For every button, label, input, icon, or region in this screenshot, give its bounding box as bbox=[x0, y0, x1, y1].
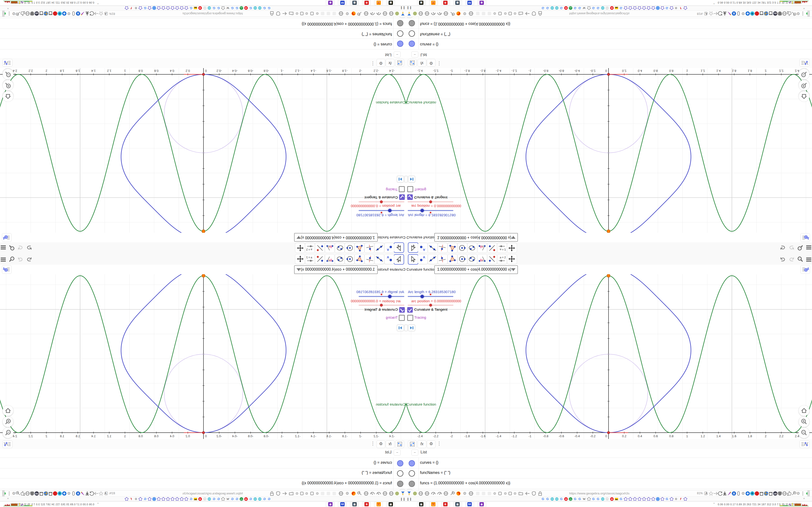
download-helper-icon[interactable] bbox=[57, 11, 62, 16]
browser-tab[interactable] bbox=[152, 6, 156, 10]
visibility-toggle[interactable] bbox=[397, 20, 403, 26]
tray-expand-chevron[interactable]: ⌃ bbox=[713, 1, 715, 5]
translate-blue-icon[interactable]: A bbox=[75, 11, 81, 16]
ghost-icon[interactable] bbox=[332, 11, 337, 16]
olive-circle-icon[interactable] bbox=[412, 491, 418, 496]
mouse-icon[interactable] bbox=[71, 491, 76, 496]
browser-tab[interactable]: G bbox=[665, 6, 669, 10]
gauge-icon[interactable] bbox=[430, 11, 436, 16]
arrow-left-icon[interactable] bbox=[282, 491, 287, 496]
dot-icon[interactable] bbox=[503, 11, 508, 16]
chevron-down-icon[interactable] bbox=[297, 236, 301, 239]
browser-tab[interactable] bbox=[647, 6, 651, 10]
arc-position-knob[interactable] bbox=[380, 304, 383, 306]
angle-tool[interactable]: α bbox=[325, 243, 335, 253]
zoom-out-button[interactable] bbox=[799, 69, 809, 79]
globe-icon[interactable] bbox=[424, 11, 430, 16]
browser-tab[interactable] bbox=[221, 6, 225, 10]
move-tool[interactable] bbox=[408, 242, 418, 253]
visibility-toggle[interactable] bbox=[409, 31, 415, 37]
browser-tab[interactable] bbox=[637, 6, 642, 10]
browser-tab[interactable]: f bbox=[678, 6, 683, 10]
browser-tab[interactable]: G bbox=[262, 6, 266, 10]
reflect-tool[interactable] bbox=[315, 254, 325, 264]
collapse-group-button[interactable]: − bbox=[394, 51, 401, 57]
browser-tab[interactable]: W bbox=[582, 6, 586, 10]
dot-icon[interactable] bbox=[315, 491, 320, 496]
screen-recorder-app-button[interactable]: ▣ bbox=[453, 502, 462, 507]
red-gear-app-button[interactable]: ⚙ bbox=[441, 0, 450, 5]
browser-tab[interactable] bbox=[647, 497, 651, 501]
tab-overflow-chevron[interactable]: ^ bbox=[7, 497, 9, 501]
arc-length-slider[interactable] bbox=[359, 210, 404, 211]
browser-tab[interactable] bbox=[651, 6, 655, 10]
settings-button[interactable]: ⚙ bbox=[376, 59, 385, 67]
purple-owl-app-button[interactable]: ◉ bbox=[477, 502, 486, 507]
undo-button[interactable] bbox=[26, 256, 33, 263]
menu-button[interactable] bbox=[0, 244, 7, 251]
browser-tab[interactable]: W bbox=[582, 497, 586, 501]
window-scrollbar[interactable] bbox=[2, 490, 5, 497]
ghost-icon[interactable] bbox=[487, 491, 492, 496]
browser-tab[interactable]: Я bbox=[564, 497, 568, 501]
arc-position-knob[interactable] bbox=[429, 201, 432, 203]
browser-tab[interactable]: Я bbox=[198, 6, 202, 10]
browser-tab[interactable] bbox=[161, 6, 165, 10]
slider-tool[interactable]: a = 2 bbox=[497, 254, 507, 264]
visibility-toggle[interactable] bbox=[397, 460, 403, 466]
browser-tab[interactable]: G bbox=[619, 497, 623, 501]
browser-tab[interactable] bbox=[550, 497, 554, 501]
kebab-menu[interactable]: ⋮ bbox=[370, 441, 375, 446]
olive-circle-icon[interactable] bbox=[394, 11, 400, 16]
globe-gray-icon[interactable] bbox=[25, 11, 30, 16]
redo-button[interactable] bbox=[788, 256, 795, 263]
globe-icon[interactable] bbox=[338, 491, 344, 496]
curvature-function-input[interactable]: 1.000000000000 + cos(4.000000000000 x) bbox=[434, 233, 518, 242]
gear-icon[interactable]: ⚙ bbox=[462, 491, 467, 496]
slider-tool[interactable]: a = 2 bbox=[305, 243, 315, 253]
thumb-icon[interactable] bbox=[20, 11, 26, 16]
tab-overflow-chevron[interactable]: ^ bbox=[7, 6, 9, 10]
settings-button[interactable]: ⚙ bbox=[376, 440, 385, 448]
menu-button[interactable] bbox=[805, 256, 812, 263]
firefox-icon[interactable] bbox=[456, 491, 461, 496]
line-tool[interactable] bbox=[428, 254, 438, 264]
globe-icon[interactable] bbox=[338, 11, 344, 16]
graphics-view[interactable]: -2.4-2.2-2-1.8-1.6-1.4-1.2-1-0.8-0.6-0.4… bbox=[0, 68, 406, 233]
browser-tab[interactable] bbox=[683, 497, 687, 501]
browser-tab[interactable]: G bbox=[591, 6, 596, 10]
browser-tab[interactable] bbox=[157, 497, 161, 501]
browser-tab[interactable]: G bbox=[573, 6, 577, 10]
line-tool[interactable] bbox=[374, 243, 384, 253]
translate-icon[interactable]: A bbox=[103, 491, 108, 496]
dot-icon[interactable] bbox=[315, 11, 320, 16]
algebra-descriptions-button[interactable] bbox=[408, 440, 417, 448]
floppy64-app-button[interactable]: 64 bbox=[338, 0, 347, 5]
window-scrollbar[interactable] bbox=[807, 490, 810, 497]
browser-tab[interactable]: G bbox=[189, 497, 193, 501]
gauge-icon[interactable] bbox=[370, 491, 375, 496]
collapse-group-button[interactable]: − bbox=[411, 51, 418, 57]
polygon-tool[interactable] bbox=[355, 254, 364, 264]
point-tool[interactable]: A bbox=[384, 243, 394, 253]
reload-icon[interactable] bbox=[89, 11, 95, 16]
slider-tool[interactable]: a = 2 bbox=[497, 243, 507, 253]
step-button[interactable] bbox=[397, 176, 404, 182]
square-icon[interactable] bbox=[299, 11, 305, 16]
perpendicular-line-tool[interactable] bbox=[364, 243, 374, 253]
reflect-tool[interactable] bbox=[315, 243, 325, 253]
globe-icon[interactable] bbox=[382, 491, 388, 496]
browser-tab[interactable] bbox=[175, 6, 179, 10]
fx-button[interactable]: fx bbox=[418, 59, 426, 67]
browser-tab[interactable]: Я bbox=[244, 6, 248, 10]
graphics-view[interactable]: -2.4-2.2-2-1.8-1.6-1.4-1.2-1-0.8-0.6-0.4… bbox=[406, 274, 812, 439]
square-icon[interactable] bbox=[299, 491, 305, 496]
angle-tool[interactable]: α bbox=[325, 254, 335, 264]
wrench-icon[interactable] bbox=[16, 491, 21, 496]
redo-button[interactable] bbox=[17, 256, 24, 263]
dot-icon[interactable] bbox=[492, 491, 497, 496]
browser-tab[interactable] bbox=[207, 497, 211, 501]
browser-tab[interactable] bbox=[170, 6, 175, 10]
browser-tab[interactable] bbox=[139, 6, 143, 10]
browser-tab[interactable] bbox=[587, 6, 591, 10]
